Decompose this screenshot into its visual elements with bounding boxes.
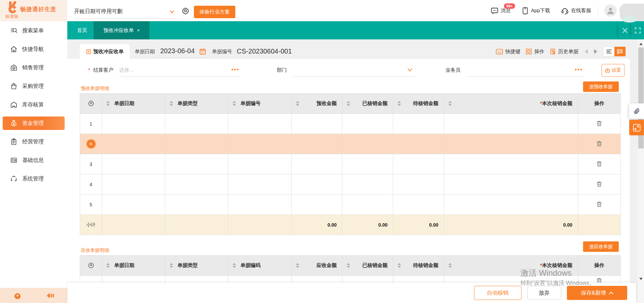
account-set-select[interactable]: 开账日期可停用可删 xyxy=(74,7,176,19)
tab-close-icon[interactable]: × xyxy=(137,28,140,33)
cell[interactable] xyxy=(342,195,393,215)
delete-row-icon[interactable] xyxy=(597,121,602,126)
cell[interactable] xyxy=(292,134,342,154)
cell[interactable] xyxy=(292,154,342,174)
document-tab[interactable]: 预收冲应收单 xyxy=(80,44,130,59)
actions-button[interactable]: 操作 xyxy=(526,48,544,55)
sidebar-item-search-menu[interactable]: 搜索菜单 xyxy=(3,24,65,37)
sort-icon[interactable] xyxy=(106,263,110,268)
cell[interactable] xyxy=(342,154,393,174)
delete-row-icon[interactable] xyxy=(597,161,602,167)
sort-icon[interactable] xyxy=(347,101,350,106)
attachment-float-button[interactable] xyxy=(629,103,644,119)
calendar-icon[interactable] xyxy=(199,48,206,55)
cell[interactable] xyxy=(342,114,393,134)
cell[interactable] xyxy=(444,195,578,215)
expand-float-button[interactable] xyxy=(629,120,644,135)
cell[interactable] xyxy=(393,154,444,174)
sidebar-item-inventory[interactable]: 库存核算 xyxy=(3,98,65,111)
sort-icon[interactable] xyxy=(233,101,236,106)
doc-date-field[interactable]: 2023-06-04 xyxy=(155,47,207,58)
sort-icon[interactable] xyxy=(398,263,401,268)
cell[interactable] xyxy=(342,134,393,154)
column-header[interactable]: 单据类型 xyxy=(165,256,228,276)
app-download-button[interactable]: App下载 xyxy=(521,7,550,15)
auto-verify-button[interactable]: 自动核销 xyxy=(474,286,521,300)
department-field[interactable] xyxy=(293,64,415,77)
column-settings-header[interactable] xyxy=(80,256,102,276)
save-and-new-button[interactable]: 保存&新增 xyxy=(567,286,627,300)
sort-icon[interactable] xyxy=(398,101,401,106)
column-header[interactable]: 单据日期 xyxy=(102,94,165,114)
prev-doc-arrow[interactable] xyxy=(585,49,588,54)
cell[interactable] xyxy=(165,174,228,195)
cell[interactable] xyxy=(393,174,444,195)
cell[interactable] xyxy=(102,154,165,174)
column-header[interactable]: *本次核销金额 xyxy=(444,256,578,276)
cell[interactable] xyxy=(228,134,292,154)
delete-row-icon[interactable] xyxy=(597,141,602,146)
cell[interactable] xyxy=(393,195,444,215)
column-header[interactable]: 单据编号 xyxy=(228,94,292,114)
column-header[interactable]: 已核销金额 xyxy=(342,256,393,276)
scroll-up-arrow[interactable] xyxy=(639,43,643,45)
cell[interactable] xyxy=(292,114,342,134)
sidebar-item-funds[interactable]: 资金管理 xyxy=(3,116,65,130)
online-service-button[interactable]: 在线客服 xyxy=(561,7,591,15)
column-header[interactable]: 单据编码 xyxy=(228,256,292,276)
cell[interactable] xyxy=(228,154,292,174)
column-header[interactable]: 应收金额 xyxy=(292,256,342,276)
delete-row-icon[interactable] xyxy=(597,181,602,187)
sort-icon[interactable] xyxy=(170,101,173,106)
tab-active-document[interactable]: 预收冲应收单 × xyxy=(94,21,149,39)
cell[interactable] xyxy=(292,174,342,195)
column-header[interactable]: 单据日期 xyxy=(102,256,165,276)
delete-row-icon[interactable] xyxy=(597,201,602,207)
history-button[interactable]: 历史单据 xyxy=(550,48,578,55)
column-header[interactable]: *本次核销金额 xyxy=(444,94,578,114)
cell[interactable] xyxy=(228,195,292,215)
sidebar-settings-icon[interactable] xyxy=(14,292,21,299)
avatar[interactable] xyxy=(604,4,617,17)
column-header[interactable]: 已核销金额 xyxy=(342,94,393,114)
tab-home[interactable]: 首页 xyxy=(71,21,94,39)
cell[interactable] xyxy=(102,195,165,215)
cell[interactable] xyxy=(228,114,292,134)
sort-icon[interactable] xyxy=(448,263,452,268)
cell[interactable] xyxy=(165,195,228,215)
sort-icon[interactable] xyxy=(296,263,299,268)
cell[interactable] xyxy=(342,174,393,195)
sort-icon[interactable] xyxy=(296,101,299,106)
select-receivable-docs-button[interactable]: 选应收单据 xyxy=(583,241,619,252)
list-view-button[interactable] xyxy=(603,47,614,56)
customer-field[interactable]: 选择... ••• xyxy=(119,64,241,77)
add-row-button[interactable]: + xyxy=(87,139,96,148)
salesman-field[interactable]: ••• xyxy=(467,64,584,77)
cell[interactable] xyxy=(102,114,165,134)
discard-button[interactable]: 放弃 xyxy=(527,286,561,300)
header-gear-icon[interactable] xyxy=(182,7,189,14)
cell[interactable] xyxy=(102,174,165,195)
column-header[interactable]: 待核销金额 xyxy=(393,256,444,276)
column-header[interactable]: 预收金额 xyxy=(292,94,342,114)
cell[interactable] xyxy=(444,134,578,154)
cell[interactable] xyxy=(165,114,228,134)
column-header[interactable]: 待核销金额 xyxy=(393,94,444,114)
card-view-button[interactable] xyxy=(614,47,625,56)
close-all-tabs-button[interactable] xyxy=(618,21,631,39)
sidebar-item-quick-nav[interactable]: 快捷导航 xyxy=(3,42,65,56)
cell[interactable] xyxy=(102,134,165,154)
sidebar-item-purchase[interactable]: 采购管理 xyxy=(3,79,65,93)
sort-icon[interactable] xyxy=(347,263,350,268)
salesman-picker-dots-icon[interactable]: ••• xyxy=(575,66,583,73)
column-header[interactable]: 单据类型 xyxy=(165,94,228,114)
sort-icon[interactable] xyxy=(106,101,110,106)
cell[interactable] xyxy=(444,174,578,195)
settings-button[interactable]: 设置 xyxy=(602,64,624,77)
cell[interactable] xyxy=(393,134,444,154)
cell[interactable] xyxy=(228,174,292,195)
customer-picker-dots-icon[interactable]: ••• xyxy=(231,66,239,73)
sort-icon[interactable] xyxy=(233,263,236,268)
cell[interactable] xyxy=(444,154,578,174)
collapse-sidebar-icon[interactable] xyxy=(46,292,54,299)
